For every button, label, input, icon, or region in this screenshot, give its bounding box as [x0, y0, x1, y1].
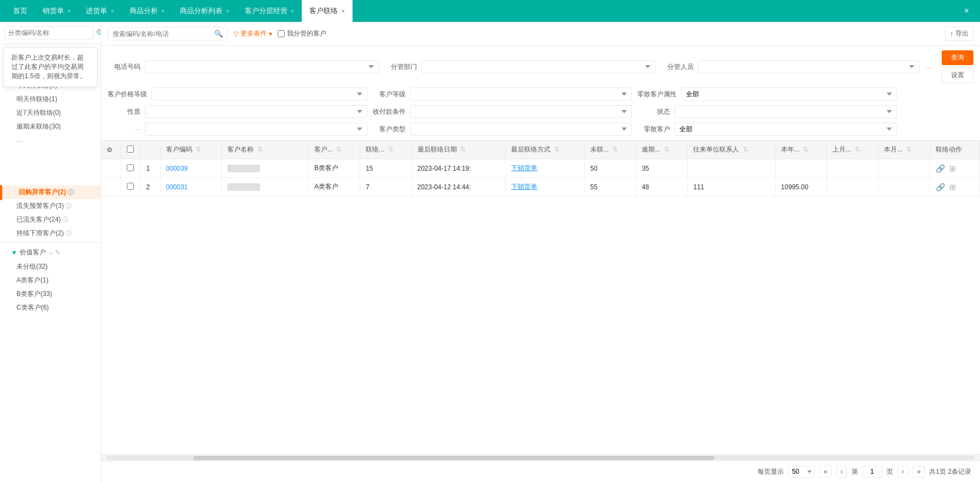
customer-table: ⚙ 客户编码 ⇅ 客户名称 ⇅ [101, 141, 980, 196]
row2-last-method[interactable]: 下销货单 [506, 178, 585, 196]
col-last-method[interactable]: 最后联络方式 ⇅ [506, 141, 585, 159]
sort-icon-overdue: ⇅ [664, 146, 670, 153]
row1-link-icon[interactable]: 🔗 [936, 164, 945, 173]
customer-tier-select[interactable] [410, 88, 632, 101]
more-input[interactable] [145, 123, 367, 136]
row2-code[interactable]: 000031 [160, 178, 222, 196]
nav-customer-contact[interactable]: 客户联络 × [302, 0, 352, 22]
customer-type-select[interactable] [410, 123, 632, 136]
payment-select[interactable] [410, 105, 632, 118]
overdue-contact-item[interactable]: 逾期未联络(30) [0, 120, 101, 133]
col-checkbox[interactable] [121, 141, 140, 159]
nav-close-customer-contact[interactable]: × [341, 8, 344, 14]
table-settings-icon[interactable]: ⚙ [107, 146, 113, 154]
export-btn[interactable]: ↑ 导出 [945, 26, 973, 41]
unclassified-item[interactable]: 未分组(32) [0, 260, 101, 274]
keep-dropping-item[interactable]: 持续下滑客户(2) ⓘ [0, 227, 101, 240]
sidebar-search-input[interactable] [4, 26, 94, 39]
prev-page-btn[interactable]: ‹ [836, 466, 847, 478]
already-lost-item[interactable]: 已流失客户(24) ⓘ [0, 213, 101, 227]
per-page-select[interactable]: 50 100 200 [788, 466, 815, 478]
nav-customer-tier[interactable]: 客户分层经营 × [237, 0, 302, 22]
row1-this-year [775, 159, 826, 178]
select-all-checkbox[interactable] [127, 146, 134, 153]
col-this-month[interactable]: 本月... ⇅ [878, 141, 930, 159]
value-client-check-icon[interactable]: ○ [49, 249, 53, 256]
row1-check[interactable] [127, 164, 134, 171]
page-num-input[interactable] [862, 466, 882, 478]
dept-select[interactable] [421, 60, 655, 73]
row1-grid-icon[interactable]: ⊞ [949, 164, 956, 173]
repurchase-abnormal-item[interactable]: 回购异常客户(2) ⓘ [0, 185, 101, 199]
row1-last-method[interactable]: 下销货单 [506, 159, 585, 178]
next-page-btn[interactable]: › [897, 466, 908, 478]
page-unit: 页 [887, 467, 893, 477]
row2-link-icon[interactable]: 🔗 [936, 183, 945, 191]
row1-code[interactable]: 000039 [160, 159, 222, 178]
more-conditions-btn[interactable]: ▽ 更多条件 ▾ [233, 29, 272, 38]
nature-select[interactable] [145, 105, 367, 118]
col-contact-count[interactable]: 联络... ⇅ [360, 141, 412, 159]
nav-purchase-order[interactable]: 进货单 × [78, 0, 121, 22]
my-customers-check[interactable] [278, 30, 285, 37]
more-btn-item[interactable]: ... [0, 133, 101, 146]
col-last-month[interactable]: 上月... ⇅ [827, 141, 878, 159]
nav-close-customer-tier[interactable]: × [291, 8, 294, 14]
h-scroll-area[interactable] [101, 454, 980, 461]
col-pending[interactable]: 未联... ⇅ [584, 141, 636, 159]
col-name[interactable]: 客户名称 ⇅ [222, 141, 309, 159]
scatter-customer-select[interactable]: 全部 [674, 123, 897, 136]
col-this-year[interactable]: 本年... ⇅ [775, 141, 826, 159]
query-button[interactable]: 查询 [942, 50, 973, 65]
price-tier-select[interactable] [151, 88, 367, 101]
filter-row-4: ··· 客户类型 零散客户 全部 [108, 123, 973, 136]
col-settings[interactable]: ⚙ [101, 141, 121, 159]
row2-overdue: 48 [636, 178, 688, 196]
lost-warning-item[interactable]: 流失预警客户(3) ⓘ [0, 199, 101, 213]
h-scroll-track[interactable] [107, 456, 975, 460]
nav-close-product-analysis[interactable]: × [161, 8, 165, 14]
my-customers-checkbox[interactable]: 我分管的客户 [278, 29, 326, 38]
filter-status: 状态 [637, 105, 897, 118]
tooltip-box: 距客户上次交易时长，超过了此客户的平均交易周期的1.5倍，则视为异常。 [3, 47, 97, 87]
person-input[interactable] [698, 60, 919, 73]
nav-home[interactable]: 首页 [5, 0, 35, 22]
phone-input[interactable] [145, 60, 379, 73]
row1-checkbox[interactable] [121, 159, 140, 178]
value-client-edit-icon[interactable]: ✎ [55, 249, 60, 256]
search-icon[interactable]: 🔍 [214, 30, 223, 38]
nav-sales-order[interactable]: 销货单 × [35, 0, 78, 22]
row2-grid-icon[interactable]: ⊞ [949, 183, 956, 191]
b-class-item[interactable]: B类客户(33) [0, 287, 101, 301]
col-contacts[interactable]: 往来单位联系人 ⇅ [688, 141, 775, 159]
nav-product-analysis[interactable]: 商品分析 × [122, 0, 172, 22]
col-action: 联络动作 [930, 141, 979, 159]
nav-close-product-analysis-list[interactable]: × [226, 8, 229, 14]
last-page-btn[interactable]: » [913, 466, 925, 478]
value-client-section[interactable]: ▼ 价值客户 ○ ✎ [0, 245, 101, 260]
c-class-item[interactable]: C类客户(6) [0, 301, 101, 315]
col-last-date[interactable]: 最后联络日期 ⇅ [412, 141, 506, 159]
nav-close-purchase[interactable]: × [110, 8, 114, 14]
row2-check[interactable] [127, 183, 134, 190]
filter-price-tier: 客户价格等级 [108, 88, 367, 101]
nav-close-sales[interactable]: × [67, 8, 71, 14]
payment-label: 收付款条件 [373, 107, 406, 117]
settings-button[interactable]: 设置 [942, 67, 973, 83]
nav-product-analysis-list[interactable]: 商品分析列表 × [172, 0, 237, 22]
col-overdue[interactable]: 逾期... ⇅ [636, 141, 688, 159]
sidebar-search-icon[interactable]: 🔍 [96, 29, 101, 37]
status-select[interactable] [674, 105, 897, 118]
first-page-btn[interactable]: « [819, 466, 832, 478]
tomorrow-pending-item[interactable]: 明天待联络(1) [0, 92, 101, 106]
scatter-attr-select[interactable]: 全部 [681, 88, 897, 101]
col-code[interactable]: 客户编码 ⇅ [160, 141, 222, 159]
seven-day-pending-item[interactable]: 近7天待联络(0) [0, 106, 101, 120]
close-window-btn[interactable]: × [959, 6, 975, 16]
h-scroll-thumb[interactable] [193, 456, 714, 460]
main-search-input[interactable] [113, 30, 211, 38]
person-more-icon[interactable]: ··· [926, 63, 932, 71]
row2-checkbox[interactable] [121, 178, 140, 196]
a-class-item[interactable]: A类客户(1) [0, 274, 101, 287]
col-type[interactable]: 客户... ⇅ [308, 141, 360, 159]
